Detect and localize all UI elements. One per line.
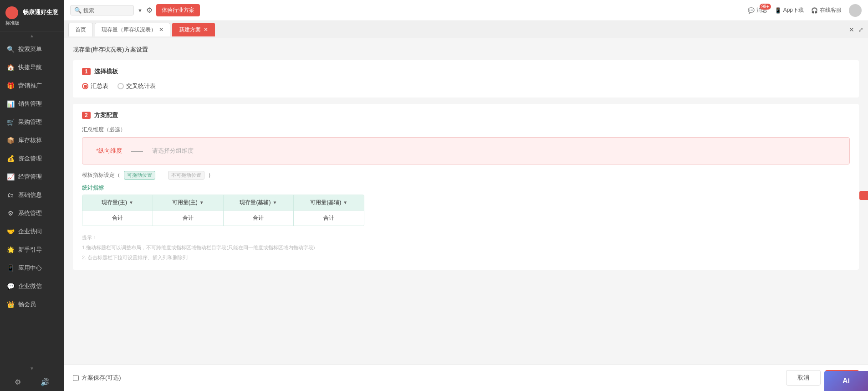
stats-data-cell-0-0: 合计 bbox=[82, 211, 153, 226]
app-logo: 畅康通好生意 标准版 bbox=[0, 0, 64, 31]
tab-inventory-status-label: 现存量（库存状况表） bbox=[102, 26, 156, 34]
stats-section: 统计指标 现存量(主) ▼ 可用量(主) ▼ bbox=[82, 184, 850, 226]
phone-icon: 📱 bbox=[775, 7, 781, 14]
sidebar-item-label: 应用中心 bbox=[18, 264, 42, 272]
sidebar-item-sales[interactable]: 📊 销售管理 bbox=[0, 95, 64, 113]
home-icon: 🏠 bbox=[6, 63, 15, 72]
save-checkbox[interactable]: 方案保存(可选) bbox=[73, 374, 121, 382]
phone-icon: 📱 bbox=[6, 264, 15, 272]
cart-icon: 🛒 bbox=[6, 118, 15, 126]
save-checkbox-input[interactable] bbox=[73, 375, 79, 381]
tab-inventory-status[interactable]: 现存量（库存状况表） ✕ bbox=[95, 23, 170, 36]
sidebar-item-newbie[interactable]: 🌟 新手引导 bbox=[0, 241, 64, 259]
hints-section: 提示： 1.拖动标题栏可以调整布局，不可跨维度或指标区域拖动栏目字段(只能在同一… bbox=[82, 232, 850, 262]
sidebar-item-label: 基础信息 bbox=[18, 191, 42, 199]
step2-header: 2 方案配置 bbox=[82, 111, 850, 119]
sidebar-item-label: 营销推广 bbox=[18, 82, 42, 90]
dropdown-button[interactable]: ▼ bbox=[138, 8, 143, 13]
required-star: *纵向维度 bbox=[96, 147, 122, 155]
stats-header-cell-1[interactable]: 可用量(主) ▼ bbox=[153, 195, 224, 210]
step1-badge: 1 bbox=[82, 68, 91, 75]
ai-floating-button[interactable]: Ai bbox=[824, 371, 868, 391]
main-area: 🔍 ▼ ⚙ 体验行业方案 💬 消息 99+ 📱 App下载 🎧 在线客服 bbox=[64, 0, 868, 391]
stats-data-cell-0-1: 合计 bbox=[153, 211, 224, 226]
chevron-icon-1: ▼ bbox=[199, 200, 204, 205]
sidebar-item-basic[interactable]: 🗂 基础信息 bbox=[0, 186, 64, 204]
radio-cross[interactable]: 交叉统计表 bbox=[117, 82, 156, 90]
header-label-0: 现存量(主) bbox=[102, 199, 127, 206]
tab-new-plan-close-icon[interactable]: ✕ bbox=[204, 26, 208, 33]
sidebar-item-system[interactable]: ⚙ 系统管理 bbox=[0, 204, 64, 222]
industry-plan-button[interactable]: 体验行业方案 bbox=[156, 4, 200, 16]
trending-icon: 📈 bbox=[6, 173, 15, 181]
star-icon: 🌟 bbox=[6, 246, 15, 254]
sidebar-item-app-center[interactable]: 📱 应用中心 bbox=[0, 259, 64, 277]
sidebar-item-label: 搜索菜单 bbox=[18, 45, 42, 53]
header-label-1: 可用量(主) bbox=[172, 199, 198, 206]
settings-button[interactable]: ⚙ bbox=[146, 6, 153, 15]
cancel-button[interactable]: 取消 bbox=[786, 370, 821, 386]
tab-home[interactable]: 首页 bbox=[68, 23, 93, 36]
sidebar-item-member[interactable]: 👑 畅会员 bbox=[0, 295, 64, 314]
page-title: 现存量(库存状况表)方案设置 bbox=[73, 46, 859, 54]
chevron-icon-3: ▼ bbox=[343, 200, 347, 205]
tab-home-label: 首页 bbox=[75, 26, 86, 34]
message-button[interactable]: 💬 消息 99+ bbox=[748, 6, 767, 14]
stats-header-row: 现存量(主) ▼ 可用量(主) ▼ 现存量(基辅) ▼ bbox=[82, 195, 364, 210]
step2-title: 方案配置 bbox=[94, 111, 118, 119]
tab-new-plan[interactable]: 新建方案 ✕ bbox=[172, 23, 215, 36]
tab-inventory-close-icon[interactable]: ✕ bbox=[159, 26, 163, 33]
settings-icon[interactable]: ⚙ bbox=[15, 378, 21, 386]
stats-table: 现存量(主) ▼ 可用量(主) ▼ 现存量(基辅) ▼ bbox=[82, 195, 364, 226]
sidebar-item-label: 库存核算 bbox=[18, 136, 42, 144]
step2-badge: 2 bbox=[82, 112, 91, 119]
search-input[interactable] bbox=[83, 7, 129, 14]
online-service-label: 在线客服 bbox=[820, 6, 842, 14]
sidebar-item-label: 新手引导 bbox=[18, 246, 42, 254]
stats-header-cell-2[interactable]: 现存量(基辅) ▼ bbox=[224, 195, 294, 210]
sidebar-item-finance[interactable]: 💰 资金管理 bbox=[0, 149, 64, 168]
sidebar-scroll-down[interactable]: ▼ bbox=[0, 364, 64, 373]
avatar[interactable] bbox=[849, 4, 862, 17]
sidebar-item-label: 系统管理 bbox=[18, 209, 42, 217]
sidebar-item-label: 经营管理 bbox=[18, 173, 42, 181]
sidebar-item-quick-nav[interactable]: 🏠 快捷导航 bbox=[0, 58, 64, 77]
radio-cross-circle bbox=[117, 83, 124, 89]
sidebar-item-label: 采购管理 bbox=[18, 118, 42, 126]
sidebar-item-company[interactable]: 🤝 企业协同 bbox=[0, 222, 64, 241]
dimension-row[interactable]: *纵向维度 —— 请选择分组维度 bbox=[82, 137, 850, 165]
dim-arrow: —— bbox=[131, 148, 143, 154]
sidebar-item-operation[interactable]: 📈 经营管理 bbox=[0, 168, 64, 186]
window-controls: ✕ ⤢ bbox=[849, 26, 863, 33]
stats-header-cell-0[interactable]: 现存量(主) ▼ bbox=[82, 195, 153, 210]
sidebar-item-marketing[interactable]: 🎁 营销推广 bbox=[0, 77, 64, 95]
header-label-2: 现存量(基辅) bbox=[240, 199, 271, 206]
stats-data-row-0: 合计 合计 合计 合计 bbox=[82, 210, 364, 226]
volume-icon[interactable]: 🔊 bbox=[41, 378, 50, 386]
online-service-button[interactable]: 🎧 在线客服 bbox=[811, 6, 842, 14]
right-side-tab[interactable] bbox=[859, 191, 868, 200]
tab-new-plan-label: 新建方案 bbox=[179, 26, 201, 34]
stats-data-cell-0-3: 合计 bbox=[294, 211, 364, 226]
stats-header-cell-3[interactable]: 可用量(基辅) ▼ bbox=[294, 195, 364, 210]
header-label-3: 可用量(基辅) bbox=[310, 199, 341, 206]
app-download-button[interactable]: 📱 App下载 bbox=[775, 6, 804, 14]
sidebar: 畅康通好生意 标准版 ▲ 🔍 搜索菜单 🏠 快捷导航 🎁 营销推广 📊 销售管理… bbox=[0, 0, 64, 391]
sidebar-item-purchase[interactable]: 🛒 采购管理 bbox=[0, 113, 64, 131]
window-close-button[interactable]: ✕ bbox=[849, 26, 854, 33]
chevron-icon-0: ▼ bbox=[129, 200, 133, 205]
search-box[interactable]: 🔍 bbox=[70, 5, 134, 15]
crown-icon: 👑 bbox=[6, 300, 15, 309]
no-drag-badge: 不可拖动位置 bbox=[168, 171, 204, 180]
window-expand-button[interactable]: ⤢ bbox=[858, 26, 863, 33]
radio-summary[interactable]: 汇总表 bbox=[82, 82, 108, 90]
hint-item-1: 2. 点击标题栏下拉可设置排序、插入列和删除列 bbox=[82, 255, 188, 260]
sidebar-scroll-up[interactable]: ▲ bbox=[0, 31, 64, 40]
sidebar-item-label: 企业微信 bbox=[18, 282, 42, 290]
sidebar-item-inventory[interactable]: 📦 库存核算 bbox=[0, 131, 64, 149]
search-icon: 🔍 bbox=[6, 45, 15, 53]
sidebar-item-search[interactable]: 🔍 搜索菜单 bbox=[0, 40, 64, 58]
sidebar-item-enterprise-wechat[interactable]: 💬 企业微信 bbox=[0, 277, 64, 295]
drag-badge: 可拖动位置 bbox=[124, 171, 155, 180]
app-edition: 标准版 bbox=[5, 20, 58, 26]
